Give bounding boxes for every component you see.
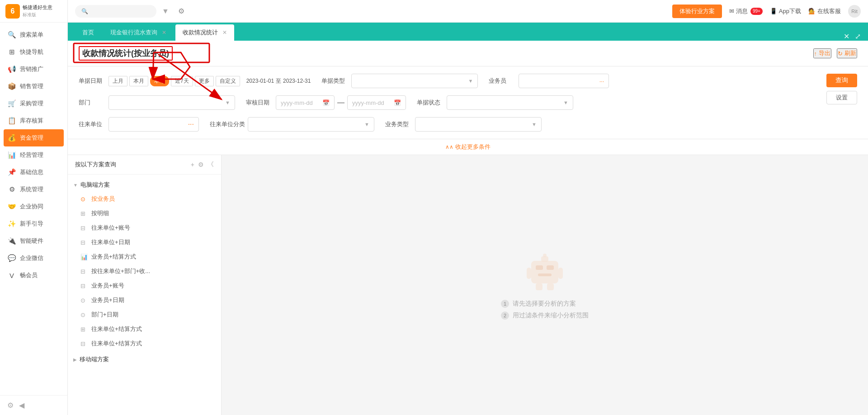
salesperson-more-icon[interactable]: ··· bbox=[599, 78, 604, 85]
date-to: 2023-12-31 bbox=[283, 78, 311, 84]
tab-home[interactable]: 首页 bbox=[75, 24, 101, 41]
tabbar: 首页 现金银行流水查询 ✕ 收款情况统计 ✕ ✕ ⤢ bbox=[68, 23, 868, 41]
home-tab-label: 首页 bbox=[82, 28, 94, 37]
empty-robot-illustration bbox=[522, 247, 567, 292]
close-collection-tab[interactable]: ✕ bbox=[222, 29, 227, 36]
enterprise-icon: 🤝 bbox=[7, 203, 16, 211]
collapse-bar[interactable]: ∧∧ 收起更多条件 bbox=[68, 139, 868, 155]
panel-settings-button[interactable]: ⚙ bbox=[198, 161, 204, 168]
scheme-item-by-unit-settlement2[interactable]: ⊟ 往来单位+结算方式 bbox=[68, 336, 221, 351]
sidebar-item-sales[interactable]: 📦 销售管理 bbox=[0, 78, 67, 95]
query-button[interactable]: 查询 bbox=[826, 74, 857, 87]
sidebar-item-newbie[interactable]: ✨ 新手引导 bbox=[0, 215, 67, 232]
date-btn-last-month[interactable]: 上月 bbox=[108, 76, 127, 86]
date-btn-this-month[interactable]: 本月 bbox=[129, 76, 148, 86]
scheme-item-by-unit-settlement1[interactable]: ⊞ 往来单位+结算方式 bbox=[68, 322, 221, 336]
sidebar-item-inventory[interactable]: 📋 库存核算 bbox=[0, 112, 67, 129]
date-quick-buttons: 上月 本月 本年 近7天 更多 自定义 bbox=[108, 76, 240, 86]
review-date-from[interactable]: yyyy-mm-dd 📅 bbox=[276, 95, 335, 110]
content-area: 按以下方案查询 + ⚙ 《 ▼ 电脑端方案 ⊙ 按业务员 bbox=[68, 155, 868, 415]
page-title: 收款情况统计(按业务员) bbox=[79, 46, 173, 61]
salesperson-select[interactable]: ··· bbox=[519, 74, 609, 88]
svg-point-5 bbox=[543, 254, 547, 257]
scheme-item-by-salesperson-settlement[interactable]: 📊 业务员+结算方式 bbox=[68, 250, 221, 264]
sidebar-item-label: 搜索菜单 bbox=[20, 31, 43, 39]
sidebar-item-system[interactable]: ⚙ 系统管理 bbox=[0, 181, 67, 198]
counterpart-more-icon[interactable]: ··· bbox=[188, 120, 194, 128]
biz-type-select[interactable]: ▼ bbox=[415, 117, 542, 132]
topbar-chevron[interactable]: ▼ bbox=[162, 7, 169, 15]
scheme-item-by-salesperson-date[interactable]: ⊙ 业务员+日期 bbox=[68, 293, 221, 307]
online-service-button[interactable]: 💁 在线客服 bbox=[808, 7, 841, 15]
review-date-to[interactable]: yyyy-mm-dd 📅 bbox=[347, 95, 406, 110]
sidebar-item-basic[interactable]: 📌 基础信息 bbox=[0, 164, 67, 181]
topbar-gear-icon[interactable]: ⚙ bbox=[178, 7, 184, 15]
sidebar-item-smart-hw[interactable]: 🔌 智能硬件 bbox=[0, 232, 67, 250]
dept-filter: 部门 ▼ bbox=[79, 95, 235, 110]
sidebar-item-purchase[interactable]: 🛒 采购管理 bbox=[0, 95, 67, 112]
scheme-item-by-unit-date[interactable]: ⊟ 往来单位+日期 bbox=[68, 235, 221, 250]
counterpart-type-select[interactable]: ▼ bbox=[248, 117, 374, 132]
app-download-button[interactable]: 📱 App下载 bbox=[770, 7, 801, 15]
panel-collapse-button[interactable]: 《 bbox=[208, 160, 214, 169]
marketing-icon: 📢 bbox=[7, 65, 16, 73]
calendar-icon-1: 📅 bbox=[322, 99, 330, 106]
tab-bank-flow[interactable]: 现金银行流水查询 ✕ bbox=[103, 24, 174, 41]
sidebar-item-member[interactable]: V 畅会员 bbox=[0, 267, 67, 284]
filter-settings-button[interactable]: 设置 bbox=[826, 91, 857, 104]
scheme-group-mobile: ▶ 移动端方案 bbox=[68, 353, 221, 366]
close-all-tabs-icon[interactable]: ✕ bbox=[844, 32, 849, 41]
scheme-group-mobile-title[interactable]: ▶ 移动端方案 bbox=[68, 353, 221, 366]
scheme-item-by-detail[interactable]: ⊞ 按明细 bbox=[68, 206, 221, 221]
settings-bottom-icon[interactable]: ⚙ bbox=[7, 401, 14, 410]
message-icon: ✉ bbox=[729, 8, 734, 14]
by-unit-dept-icon: ⊟ bbox=[80, 268, 89, 275]
date-btn-this-year[interactable]: 本年 bbox=[150, 76, 169, 86]
sidebar-item-management[interactable]: 📊 经营管理 bbox=[0, 146, 67, 164]
sidebar-item-enterprise-wx[interactable]: 💬 企业微信 bbox=[0, 250, 67, 267]
trial-button[interactable]: 体验行业方案 bbox=[672, 5, 722, 18]
sidebar-item-search-menu[interactable]: 🔍 搜索菜单 bbox=[0, 26, 67, 43]
sidebar-item-label: 快捷导航 bbox=[20, 48, 43, 56]
message-button[interactable]: ✉ 消息 99+ bbox=[729, 7, 763, 15]
topbar: 🔍 ▼ ⚙ 体验行业方案 ✉ 消息 99+ 📱 App下载 💁 在线客服 Rit bbox=[68, 0, 868, 23]
sidebar-item-capital[interactable]: 💰 资金管理 bbox=[4, 129, 64, 146]
refresh-button[interactable]: ↻ 刷新 bbox=[837, 48, 857, 58]
close-bank-flow-tab[interactable]: ✕ bbox=[162, 29, 166, 36]
scheme-item-by-salesperson[interactable]: ⊙ 按业务员 bbox=[68, 192, 221, 206]
tab-collection[interactable]: 收款情况统计 ✕ bbox=[175, 24, 234, 41]
dept-select[interactable]: ▼ bbox=[108, 95, 235, 110]
export-button[interactable]: ↑ 导出 bbox=[813, 48, 832, 58]
date-btn-7days[interactable]: 近7天 bbox=[171, 76, 193, 86]
scheme-item-by-unit-dept-collection[interactable]: ⊟ 按往来单位+部门+收... bbox=[68, 264, 221, 278]
bank-flow-tab-label: 现金银行流水查询 bbox=[110, 28, 157, 37]
review-date-label: 审核日期 bbox=[246, 99, 273, 107]
sidebar-item-marketing[interactable]: 📢 营销推广 bbox=[0, 61, 67, 78]
svg-rect-0 bbox=[531, 261, 558, 283]
topbar-search[interactable]: 🔍 bbox=[75, 5, 156, 18]
svg-rect-7 bbox=[558, 268, 563, 279]
voucher-type-arrow: ▼ bbox=[468, 78, 473, 84]
panel-header: 按以下方案查询 + ⚙ 《 bbox=[68, 155, 221, 174]
sidebar-item-enterprise[interactable]: 🤝 企业协同 bbox=[0, 198, 67, 215]
collapse-sidebar-icon[interactable]: ◀ bbox=[19, 401, 24, 410]
sidebar-item-quick-nav[interactable]: ⊞ 快捷导航 bbox=[0, 43, 67, 61]
pc-group-label: 电脑端方案 bbox=[80, 181, 110, 189]
scheme-group-pc-title[interactable]: ▼ 电脑端方案 bbox=[68, 178, 221, 192]
voucher-type-select[interactable]: ▼ bbox=[351, 74, 478, 88]
scheme-item-by-dept-date[interactable]: ⊙ 部门+日期 bbox=[68, 307, 221, 322]
expand-tabs-icon[interactable]: ⤢ bbox=[855, 32, 861, 41]
user-avatar[interactable]: Rit bbox=[848, 5, 861, 18]
date-btn-more[interactable]: 更多 bbox=[195, 76, 214, 86]
counterpart-select[interactable]: ··· bbox=[108, 117, 199, 132]
filter-row-1: 单据日期 上月 本月 本年 近7天 更多 自定义 2023-01-01 至 20… bbox=[79, 74, 857, 88]
panel-add-button[interactable]: + bbox=[191, 161, 194, 168]
newbie-icon: ✨ bbox=[7, 220, 16, 228]
purchase-icon: 🛒 bbox=[7, 99, 16, 108]
voucher-status-select[interactable]: ▼ bbox=[447, 95, 573, 110]
date-btn-custom[interactable]: 自定义 bbox=[216, 76, 240, 86]
scheme-item-by-salesperson-account[interactable]: ⊟ 业务员+账号 bbox=[68, 278, 221, 293]
scheme-item-by-unit-account[interactable]: ⊟ 往来单位+账号 bbox=[68, 221, 221, 235]
dept-arrow: ▼ bbox=[225, 100, 230, 105]
empty-tip-2: 2 用过滤条件来缩小分析范围 bbox=[501, 311, 589, 320]
